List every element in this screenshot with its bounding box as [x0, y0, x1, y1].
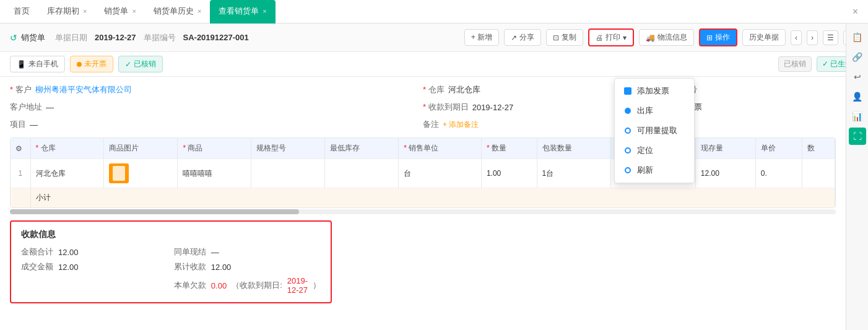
logistics-button[interactable]: 🚚 物流信息	[639, 29, 694, 46]
tab-home[interactable]: 首页	[5, 0, 38, 24]
action-bar: 📱 来自手机 未开票 ✓ 已核销 已核销 ✓ 已生效	[0, 52, 868, 77]
total-value: 12.00	[58, 248, 79, 257]
tab-sales-order[interactable]: 销货单 ×	[95, 0, 144, 24]
history-button[interactable]: 历史单据	[742, 29, 786, 46]
due-date-value: 2019-12-27	[472, 103, 514, 112]
col-amount: 数	[802, 138, 835, 159]
col-settings[interactable]: ⚙	[11, 138, 30, 159]
tab-inventory-init[interactable]: 库存期初 ×	[38, 0, 95, 24]
payment-info: 收款信息 金额合计 12.00 同单现结 — 成交金额 12.00 累计收款 1…	[10, 220, 332, 303]
prev-button[interactable]: ‹	[791, 30, 802, 45]
cumulative-row: 累计收款 12.00	[174, 261, 321, 272]
ops-button[interactable]: ⊞ 操作	[699, 28, 737, 46]
dropdown-outbound[interactable]: 出库	[615, 101, 694, 121]
number-value: SA-20191227-001	[183, 33, 249, 42]
print-button[interactable]: 🖨 打印 ▾	[588, 28, 634, 46]
check-circle-icon: ✓	[822, 59, 830, 68]
owed-row: 本单欠款 0.00 （收款到期日: 2019-12-27 ）	[174, 276, 321, 295]
invoice-status-button[interactable]: 未开票	[70, 56, 113, 72]
owed-label: 本单欠款	[174, 280, 206, 291]
dropdown-available-extract[interactable]: 可用量提取	[615, 121, 694, 141]
share-icon: ↗	[511, 33, 517, 42]
row-spec	[251, 159, 325, 188]
scroll-area[interactable]	[10, 209, 836, 214]
tab-close-sales[interactable]: ×	[132, 7, 136, 15]
tab-bar: 首页 库存期初 × 销货单 × 销货单历史 × 查看销货单 × ×	[0, 0, 868, 24]
col-price: 单价	[755, 138, 802, 159]
circle-outline-icon-2	[623, 146, 632, 155]
window-close-button[interactable]: ×	[848, 6, 863, 17]
project-field: 项目 —	[10, 119, 408, 130]
deal-value: 12.00	[58, 263, 79, 272]
deal-amount-row: 成交金额 12.00	[21, 261, 162, 272]
mobile-button[interactable]: 📱 来自手机	[10, 56, 65, 72]
mobile-icon: 📱	[17, 60, 26, 69]
subtotal-row: 小计	[11, 188, 835, 208]
col-warehouse: 仓库	[30, 138, 104, 159]
ops-icon: ⊞	[706, 33, 713, 42]
tab-sales-history[interactable]: 销货单历史 ×	[145, 0, 210, 24]
col-product: 商品	[178, 138, 251, 159]
row-warehouse: 河北仓库	[30, 159, 104, 188]
dropdown-refresh[interactable]: 刷新	[615, 160, 694, 180]
side-nav-doc-icon[interactable]: 📋	[849, 28, 866, 46]
new-button[interactable]: + 新增	[464, 29, 499, 46]
share-button[interactable]: ↗ 分享	[504, 29, 541, 46]
row-qty: 1.00	[481, 159, 537, 188]
col-current-qty: 现存量	[695, 138, 755, 159]
tab-close-inventory[interactable]: ×	[83, 7, 87, 15]
check-status-button[interactable]: ✓ 已核销	[118, 56, 163, 72]
tab-view-sales[interactable]: 查看销货单 ×	[210, 0, 275, 24]
total-label: 金额合计	[21, 246, 53, 258]
row-product: 嘻嘻嘻嘻	[178, 159, 251, 188]
circle-icon	[77, 62, 82, 67]
project-label: 项目	[10, 119, 26, 130]
col-pkg-qty: 包装数量	[537, 138, 610, 159]
col-min-stock: 最低库存	[325, 138, 399, 159]
dropdown-locate[interactable]: 定位	[615, 141, 694, 160]
side-nav-link-icon[interactable]: 🔗	[849, 48, 866, 66]
cumulative-value: 12.00	[211, 263, 232, 272]
deal-label: 成交金额	[21, 261, 53, 272]
check-icon: ✓	[125, 60, 131, 69]
list-view-button[interactable]: ☰	[823, 30, 838, 45]
same-order-value: —	[211, 248, 219, 257]
customer-label: 客户	[10, 84, 32, 95]
add-note-button[interactable]: + 添加备注	[443, 119, 479, 130]
col-image: 商品图片	[104, 138, 178, 159]
row-current-qty: 12.00	[695, 159, 755, 188]
tab-close-view[interactable]: ×	[263, 7, 266, 15]
total-amount-row: 金额合计 12.00	[21, 246, 162, 258]
owed-note: （收款到期日:	[232, 280, 282, 291]
dropdown-add-invoice[interactable]: 添加发票	[615, 81, 694, 101]
address-value: —	[46, 103, 54, 112]
row-min-stock	[325, 159, 399, 188]
due-date-label: 收款到期日	[423, 102, 469, 113]
side-nav-expand-icon[interactable]: ⛶	[849, 128, 866, 145]
row-image	[104, 159, 178, 188]
copy-icon: ⊡	[553, 33, 559, 42]
note-field: 备注 + 添加备注	[423, 119, 622, 130]
logistics-icon: 🚚	[646, 33, 655, 42]
note-label: 备注	[423, 119, 439, 130]
warehouse-value: 河北仓库	[448, 84, 480, 95]
ops-dropdown: 添加发票 出库 可用量提取 定位 刷新	[614, 78, 695, 183]
subtotal-label: 小计	[30, 188, 835, 208]
row-unit: 台	[399, 159, 482, 188]
print-dropdown-arrow: ▾	[623, 33, 627, 42]
customer-value[interactable]: 柳州粤港平安气体有限公司	[35, 84, 132, 95]
due-date-field: 收款到期日 2019-12-27	[423, 102, 622, 113]
tab-close-history[interactable]: ×	[197, 7, 201, 15]
address-field: 客户地址 —	[10, 102, 408, 113]
owed-close: ）	[313, 280, 321, 291]
side-nav-undo-icon[interactable]: ↩	[849, 68, 866, 85]
col-unit: 销售单位	[399, 138, 482, 159]
side-nav-user-icon[interactable]: 👤	[849, 88, 866, 105]
circle-blue-icon	[623, 106, 632, 115]
warehouse-field: 仓库 河北仓库	[423, 84, 622, 95]
table-row: 1 河北仓库 嘻嘻嘻嘻 台 1.00 1台 12.00 0.	[11, 159, 835, 188]
main-content: ↺ 销货单 单据日期 2019-12-27 单据编号 SA-20191227-0…	[0, 24, 868, 330]
copy-button[interactable]: ⊡ 复制	[546, 29, 583, 46]
side-nav-chart-icon[interactable]: 📊	[849, 108, 866, 125]
next-button[interactable]: ›	[807, 30, 818, 45]
